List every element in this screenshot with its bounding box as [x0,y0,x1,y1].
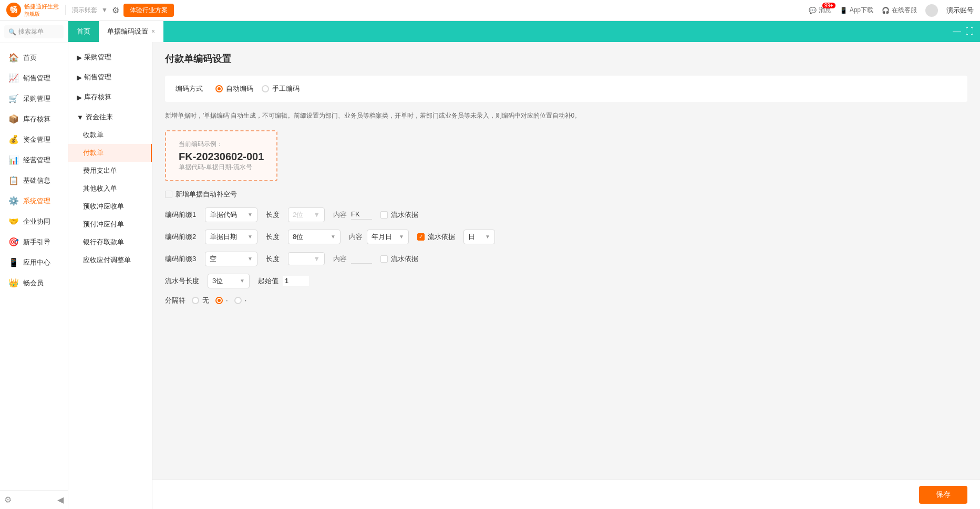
manual-encoding-radio[interactable]: 手工编码 [262,84,300,94]
sidebar-item-basic[interactable]: 📋 基础信息 [0,170,68,191]
prefix3-row: 编码前缀3 空 ▼ 长度 ▼ 内容 [165,252,967,266]
logo-icon: 畅 [6,3,21,17]
search-icon: 🔍 [8,28,16,36]
content-area: 首页 单据编码设置 × — ⛶ ▶ 采购管 [68,21,980,509]
prefix3-select[interactable]: 空 ▼ [205,252,257,266]
sidebar-item-management[interactable]: 📊 经营管理 [0,150,68,170]
prefix1-chevron-icon: ▼ [247,212,253,217]
search-menu-button[interactable]: 🔍 搜索菜单 [4,25,64,38]
sidebar-item-sales[interactable]: 📈 销售管理 [0,68,68,88]
prefix2-content-select[interactable]: 年月日 ▼ [367,230,409,244]
tab-actions: — ⛶ [946,27,980,36]
encoding-method-row: 编码方式 自动编码 手工编码 [176,84,957,94]
settings-icon-button[interactable]: ⚙ [112,5,119,15]
sub-sidebar-item-bank[interactable]: 银行存取款单 [68,233,152,251]
sub-group-funds-title[interactable]: ▼ 资金往来 [68,108,152,126]
sub-sidebar-item-prepaid-ap[interactable]: 预付冲应付单 [68,215,152,233]
sidebar-item-inventory[interactable]: 📦 库存核算 [0,109,68,129]
app-logo: 畅 畅捷通好生意 旗舰版 [6,3,59,17]
tab-encoding-settings[interactable]: 单据编码设置 × [99,21,163,42]
prefix2-select[interactable]: 单据日期 ▼ [205,230,257,244]
trial-button[interactable]: 体验行业方案 [123,4,174,17]
message-icon: 💬 [809,7,817,14]
prefix2-row: 编码前缀2 单据日期 ▼ 长度 8位 ▼ 内容 [165,230,967,244]
main-content: 付款单编码设置 编码方式 自动编码 [152,42,980,480]
start-value-input[interactable] [283,276,309,286]
prefix3-label: 编码前缀3 [165,254,197,264]
prefix1-select[interactable]: 单据代码 ▼ [205,207,257,222]
save-button[interactable]: 保存 [919,486,967,504]
phone-icon: 📱 [840,7,848,14]
prefix2-stream-checkbox[interactable]: ✓ [417,233,425,241]
apps-icon: 📱 [8,257,19,267]
serial-length-chevron-icon: ▼ [240,278,245,284]
preview-code: FK-20230602-001 [179,151,264,163]
tab-home[interactable]: 首页 [68,21,99,42]
prefix2-content-field: 内容 年月日 ▼ [349,230,409,244]
sidebar-item-finance[interactable]: 💰 资金管理 [0,129,68,150]
sales-icon: 📈 [8,73,19,83]
auto-encoding-radio[interactable]: 自动编码 [215,84,253,94]
enterprise-icon: 🤝 [8,216,19,226]
sub-sidebar-group-funds: ▼ 资金往来 收款单 付款单 费用支出单 其他收入单 [68,108,152,269]
customer-service-button[interactable]: 🎧 在线客服 [882,6,917,15]
purchase-icon: 🛒 [8,94,19,103]
sub-sidebar-item-prepaid-ar[interactable]: 预收冲应收单 [68,198,152,215]
sidebar-item-member[interactable]: 👑 畅会员 [0,273,68,293]
topbar-divider [65,5,66,15]
sub-sidebar-item-other-income[interactable]: 其他收入单 [68,180,152,198]
sidebar-item-system[interactable]: ⚙️ 系统管理 [0,191,68,211]
prefix2-cycle-select[interactable]: 日 ▼ [463,230,495,244]
sidebar-settings-button[interactable]: ⚙ [4,495,12,505]
home-icon: 🏠 [8,53,19,63]
preview-label: 当前编码示例： [179,140,264,149]
sub-sidebar-item-expenses[interactable]: 费用支出单 [68,162,152,180]
prefix1-stream-checkbox[interactable] [380,211,388,219]
prefix1-length-select[interactable]: 2位 ▼ [288,207,325,222]
sub-sidebar-group-sales: ▶ 销售管理 [68,68,152,86]
sidebar-item-enterprise[interactable]: 🤝 企业协同 [0,211,68,232]
guide-icon: 🎯 [8,237,19,247]
app-download-button[interactable]: 📱 App下载 [840,6,873,15]
prefix3-stream-check: 流水依据 [380,254,418,264]
sidebar-item-apps[interactable]: 📱 应用中心 [0,252,68,273]
separator-dash-radio[interactable]: · [234,296,247,304]
encoding-method-label: 编码方式 [176,84,203,94]
info-text: 新增单据时，'单据编码'自动生成，不可编辑。前缀设置为部门、业务员等档案类，开单… [165,110,967,122]
sidebar-collapse-button[interactable]: ◀ [57,495,64,505]
sub-group-sales-title[interactable]: ▶ 销售管理 [68,68,152,86]
sub-sidebar-item-adjustment[interactable]: 应收应付调整单 [68,251,152,269]
tab-maximize-button[interactable]: ⛶ [965,27,974,36]
sidebar-bottom: ⚙ ◀ [0,490,68,509]
tab-minimize-button[interactable]: — [953,27,961,36]
prefix1-length-chevron-icon: ▼ [313,211,320,219]
prefix2-length-select[interactable]: 8位 ▼ [288,230,341,244]
tab-bar: 首页 单据编码设置 × — ⛶ [68,21,980,42]
sidebar-item-home[interactable]: 🏠 首页 [0,47,68,68]
sidebar: 🔍 搜索菜单 🏠 首页 📈 销售管理 🛒 采购管理 📦 库存核算 💰 [0,21,68,509]
serial-length-select[interactable]: 3位 ▼ [208,274,250,288]
sub-sidebar-item-receipts[interactable]: 收款单 [68,126,152,144]
messages-button[interactable]: 💬 消息 99+ [809,6,831,15]
sub-sidebar: ▶ 采购管理 ▶ 销售管理 ▶ 库存核算 [68,42,152,509]
sub-group-purchase-title[interactable]: ▶ 采购管理 [68,48,152,66]
company-dropdown-button[interactable]: ▼ [101,6,108,14]
separator-dot-radio[interactable]: · [215,296,228,304]
sub-group-inventory-title[interactable]: ▶ 库存核算 [68,88,152,106]
prefix3-length-select[interactable]: ▼ [288,252,325,265]
separator-none-radio[interactable]: 无 [192,296,209,305]
sidebar-item-guide[interactable]: 🎯 新手引导 [0,232,68,252]
prefix1-row: 编码前缀1 单据代码 ▼ 长度 2位 ▼ 内容 [165,207,967,222]
sub-sidebar-group-purchase: ▶ 采购管理 [68,48,152,66]
tab-close-button[interactable]: × [151,28,155,35]
page-title: 付款单编码设置 [165,53,967,65]
prefix3-length-label: 长度 [266,254,280,264]
sidebar-item-purchase[interactable]: 🛒 采购管理 [0,88,68,109]
user-avatar[interactable] [925,4,938,17]
logo-text: 畅捷通好生意 [24,3,59,10]
topbar-left: 畅 畅捷通好生意 旗舰版 演示账套 ▼ ⚙ 体验行业方案 [6,3,174,17]
sub-sidebar-item-payments[interactable]: 付款单 [68,144,152,162]
auto-fill-label: 新增单据自动补空号 [176,190,237,199]
auto-fill-checkbox[interactable] [165,191,172,198]
prefix3-stream-checkbox[interactable] [380,255,388,263]
